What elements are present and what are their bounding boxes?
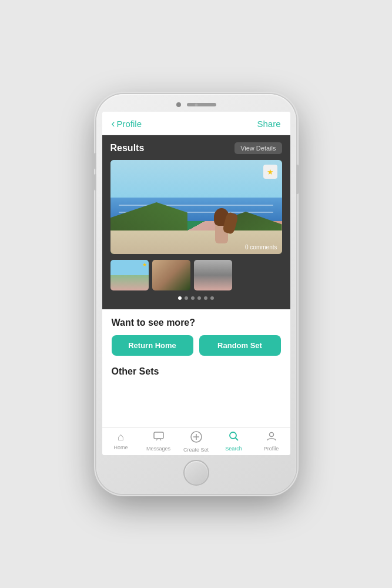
thumbnail-2[interactable]	[152, 260, 190, 290]
dot-3[interactable]	[191, 296, 195, 300]
volume-down-button	[94, 174, 96, 191]
volume-up-button	[94, 153, 96, 169]
dot-2[interactable]	[185, 296, 188, 300]
back-button[interactable]: ‹ Profile	[112, 118, 142, 130]
chevron-left-icon: ‹	[112, 118, 115, 130]
dot-5[interactable]	[204, 296, 207, 300]
main-image	[110, 160, 282, 254]
tab-home[interactable]: ⌂ Home	[102, 431, 140, 453]
home-icon: ⌂	[118, 431, 124, 443]
return-home-button[interactable]: Return Home	[112, 335, 193, 356]
dot-6[interactable]	[210, 296, 214, 300]
tab-home-label: Home	[113, 445, 128, 450]
comments-count: 0 comments	[245, 244, 277, 250]
tab-messages[interactable]: Messages	[140, 431, 177, 453]
thumb-star-1: ★	[142, 262, 147, 268]
thumbnail-strip: ★	[110, 260, 282, 290]
power-button	[296, 165, 299, 194]
action-buttons: Return Home Random Set	[112, 335, 281, 356]
tab-create[interactable]: Create Set	[177, 431, 215, 453]
svg-point-6	[269, 433, 273, 437]
results-header: Results View Details	[110, 142, 282, 154]
thumbnail-1[interactable]: ★	[110, 260, 149, 290]
person-hair	[214, 208, 229, 226]
star-icon: ★	[267, 168, 274, 176]
share-button[interactable]: Share	[257, 119, 280, 129]
tab-create-label: Create Set	[183, 447, 209, 453]
camera-dot	[176, 102, 181, 107]
search-icon	[229, 431, 239, 445]
thumbnail-3[interactable]	[194, 260, 232, 290]
person-figure	[214, 208, 229, 243]
front-camera	[195, 103, 197, 106]
thumb-img-2	[152, 260, 190, 290]
results-label: Results	[110, 143, 145, 153]
svg-point-4	[230, 432, 236, 439]
tab-bar: ⌂ Home Messages	[102, 427, 290, 455]
random-set-button[interactable]: Random Set	[199, 335, 281, 356]
home-button[interactable]	[183, 460, 209, 486]
scene	[110, 160, 282, 254]
tab-profile-label: Profile	[264, 446, 279, 452]
phone-frame: ‹ Profile Share Results View Details	[96, 94, 296, 494]
beach	[110, 230, 282, 254]
back-label: Profile	[117, 119, 142, 129]
create-icon	[190, 431, 202, 446]
phone-top-bar	[102, 102, 290, 107]
other-sets-heading: Other Sets	[112, 366, 281, 377]
tab-profile[interactable]: Profile	[253, 431, 290, 453]
view-details-button[interactable]: View Details	[234, 142, 282, 154]
wave-1	[119, 205, 273, 206]
nav-header: ‹ Profile Share	[102, 112, 290, 135]
thumb-img-3	[194, 260, 232, 290]
content-white: Want to see more? Return Home Random Set…	[102, 309, 290, 427]
pagination-dots	[110, 296, 282, 300]
tab-messages-label: Messages	[146, 446, 170, 452]
phone-screen: ‹ Profile Share Results View Details	[102, 112, 290, 455]
profile-icon	[266, 431, 277, 445]
dot-4[interactable]	[197, 296, 201, 300]
star-badge[interactable]: ★	[263, 165, 277, 179]
tab-search-label: Search	[225, 446, 242, 452]
tab-search[interactable]: Search	[215, 431, 253, 453]
results-section: Results View Details	[102, 135, 290, 309]
main-image-container: ★ 0 comments	[110, 160, 282, 254]
svg-line-5	[235, 438, 238, 441]
messages-icon	[153, 431, 164, 445]
want-more-heading: Want to see more?	[112, 318, 281, 328]
svg-rect-0	[154, 432, 163, 439]
speaker-grille	[187, 103, 216, 106]
dot-1[interactable]	[178, 296, 182, 300]
